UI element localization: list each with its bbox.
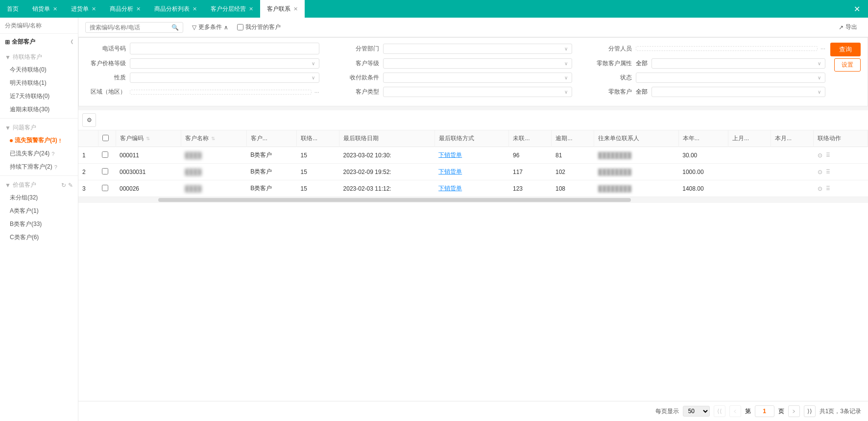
th-label: 最后联络日期 (343, 135, 379, 142)
cell-last-type[interactable]: 下销货单 (434, 180, 509, 197)
th-last-month: 上月... (728, 130, 771, 147)
settings-button[interactable]: 设置 (834, 58, 861, 72)
row-checkbox[interactable] (102, 168, 108, 174)
sidebar-item-c-class[interactable]: C类客户(6) (0, 231, 78, 244)
page-unit: 页 (778, 407, 784, 416)
dept-select[interactable]: ∨ (383, 44, 573, 54)
more-icon[interactable]: ··· (314, 89, 319, 96)
tab-close-icon[interactable]: ✕ (249, 6, 253, 12)
tab-close-icon[interactable]: ✕ (136, 6, 141, 12)
cell-overdue: 81 (552, 147, 594, 164)
zero-attr-select[interactable]: ∨ (651, 58, 825, 69)
sort-icon[interactable]: ⇅ (146, 136, 150, 141)
sidebar-item-tomorrow[interactable]: 明天待联络(1) (0, 76, 78, 90)
tab-homepage[interactable]: 首页 (0, 0, 25, 18)
scroll-thumb[interactable] (158, 198, 631, 202)
edit-icon[interactable]: ✎ (68, 182, 73, 189)
tab-close-icon[interactable]: ✕ (193, 6, 197, 12)
th-label: 联络... (301, 135, 317, 142)
tab-close-icon[interactable]: ✕ (293, 6, 298, 12)
cust-type-select[interactable]: ∨ (383, 87, 573, 97)
action-icon-1[interactable]: ⊙ (818, 169, 822, 175)
sort-icon[interactable]: ⇅ (211, 136, 215, 141)
row-checkbox[interactable] (102, 151, 108, 158)
tab-customer-stratification[interactable]: 客户分层经营 ✕ (204, 0, 260, 18)
sidebar-item-churn-warning[interactable]: 流失预警客户(3) ! (0, 134, 78, 147)
last-page-button[interactable]: ⟩⟩ (804, 405, 816, 417)
select-all-checkbox[interactable] (102, 135, 109, 141)
action-icon-2[interactable]: ⠿ (826, 152, 830, 159)
sidebar-item-churned[interactable]: 已流失客户(24) ? (0, 147, 78, 160)
item-label: B类客户(33) (10, 220, 42, 228)
value-section-title[interactable]: ▼ 价值客户 ↻ ✎ (0, 178, 78, 191)
tab-customer-contact[interactable]: 客户联系 ✕ (260, 0, 305, 18)
cell-last-type[interactable]: 下销货单 (434, 147, 509, 164)
last-type-link[interactable]: 下销货单 (438, 168, 462, 175)
problem-section-title[interactable]: ▼ 问题客户 (0, 121, 78, 134)
pending-section-title[interactable]: ▼ 待联络客户 (0, 50, 78, 63)
last-type-link[interactable]: 下销货单 (438, 185, 462, 192)
my-customers-check[interactable] (237, 24, 243, 30)
price-level-select[interactable]: ∨ (130, 58, 319, 69)
sidebar-item-overdue[interactable]: 逾期未联络(30) (0, 103, 78, 116)
more-conditions-button[interactable]: ▽ 更多条件 ∧ (188, 22, 232, 33)
th-label: 客户编码 (120, 135, 144, 142)
cell-last-type[interactable]: 下销货单 (434, 164, 509, 180)
all-customers-label: 全部客户 (12, 38, 35, 46)
chevron-down-icon: ∨ (818, 61, 821, 66)
tab-product-analysis-list[interactable]: 商品分析列表 ✕ (147, 0, 204, 18)
region-field: 区域（地区） ··· (86, 88, 319, 96)
sidebar-item-b-class[interactable]: B类客户(33) (0, 218, 78, 231)
payment-select[interactable]: ∨ (383, 73, 573, 83)
sidebar-item-today[interactable]: 今天待联络(0) (0, 63, 78, 76)
region-input[interactable] (130, 90, 312, 95)
page-size-select[interactable]: 50 20 100 (683, 406, 710, 417)
prev-page-button[interactable]: ﹤ (729, 405, 741, 417)
cell-overdue: 108 (552, 180, 594, 197)
gear-icon: ⚙ (87, 117, 92, 124)
tab-product-analysis[interactable]: 商品分析 ✕ (103, 0, 147, 18)
filter-search-box[interactable]: 🔍 (85, 22, 183, 33)
first-page-button[interactable]: ⟨⟨ (714, 405, 725, 417)
tab-sales-order[interactable]: 销货单 ✕ (25, 0, 64, 18)
collapse-icon[interactable]: 《 (68, 39, 73, 46)
sidebar-item-declining[interactable]: 持续下滑客户(2) ? (0, 160, 78, 173)
zero-customer-select[interactable]: ∨ (651, 87, 825, 97)
last-type-link[interactable]: 下销货单 (438, 151, 462, 158)
my-customers-checkbox[interactable]: 我分管的客户 (237, 23, 281, 31)
phone-input[interactable] (130, 43, 319, 54)
row-checkbox[interactable] (102, 185, 108, 191)
query-button[interactable]: 查询 (830, 43, 861, 56)
customer-level-select[interactable]: ∨ (383, 58, 573, 69)
tab-close-icon[interactable]: ✕ (92, 6, 96, 12)
sidebar-item-unclassified[interactable]: 未分组(32) (0, 191, 78, 204)
tab-purchase-order[interactable]: 进货单 ✕ (64, 0, 103, 18)
sidebar-search-input[interactable] (5, 22, 78, 29)
horizontal-scrollbar[interactable] (78, 197, 868, 203)
refresh-icon[interactable]: ↻ (61, 182, 66, 189)
sidebar-item-a-class[interactable]: A类客户(1) (0, 204, 78, 218)
more-icon[interactable]: ··· (820, 45, 825, 52)
sidebar-item-7days[interactable]: 近7天待联络(0) (0, 90, 78, 103)
column-settings-button[interactable]: ⚙ (82, 113, 96, 127)
all-customers-header[interactable]: ⊞ 全部客户 《 (0, 34, 78, 50)
next-page-button[interactable]: ﹥ (788, 405, 800, 417)
table-row: 3 000026 ████ B类客户 15 2023-02-03 11:12: … (78, 180, 868, 197)
gender-select[interactable]: ∨ (130, 73, 319, 83)
manager-input[interactable] (636, 46, 818, 51)
action-icon-1[interactable]: ⊙ (818, 152, 822, 159)
action-icon-1[interactable]: ⊙ (818, 185, 822, 192)
filter-bar: 🔍 ▽ 更多条件 ∧ 我分管的客户 ↗ 导出 (78, 18, 868, 37)
action-icon-2[interactable]: ⠿ (826, 185, 830, 192)
sidebar-search[interactable]: 🔍 (0, 18, 78, 34)
cell-this-month (771, 164, 814, 180)
action-icon-2[interactable]: ⠿ (826, 169, 830, 175)
tab-label: 客户联系 (267, 5, 290, 13)
export-button[interactable]: ↗ 导出 (835, 22, 861, 33)
window-close-button[interactable]: ✕ (854, 4, 868, 14)
status-select[interactable]: ∨ (636, 73, 825, 83)
tab-close-icon[interactable]: ✕ (53, 6, 57, 12)
cell-check (98, 147, 116, 164)
search-input[interactable] (90, 24, 171, 31)
page-input[interactable] (755, 405, 774, 417)
